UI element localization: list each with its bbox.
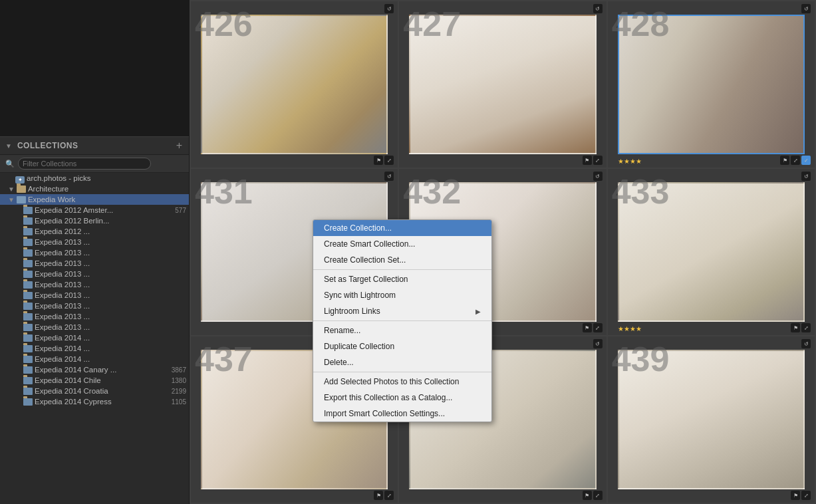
photo-number-433: 433	[612, 172, 670, 211]
photo-rotate-icon[interactable]: ↺	[801, 4, 811, 13]
photo-zoom-icon[interactable]: ⤢	[791, 156, 800, 165]
photo-cell-427[interactable]: 427↺⚑⤢	[399, 1, 606, 168]
photo-flag-icon[interactable]: ⚑	[374, 156, 383, 165]
photo-bottom-icons-438: ⚑⤢	[583, 491, 603, 500]
collection-item-expedia2014chile[interactable]: ▶Expedia 2014 Chile1380	[0, 375, 189, 386]
photo-top-icons-432: ↺	[593, 172, 603, 181]
context-menu-item-create-smart-collection[interactable]: Create Smart Collection...	[313, 236, 491, 252]
collection-item-architecture[interactable]: ▼Architecture	[0, 184, 189, 194]
top-area	[0, 0, 189, 136]
context-menu-item-add-selected-photos[interactable]: Add Selected Photos to this Collection	[313, 374, 491, 390]
context-menu-item-delete[interactable]: Delete...	[313, 354, 491, 370]
context-menu-separator	[313, 372, 491, 372]
collection-name: Expedia 2013 ...	[35, 291, 186, 299]
photo-bottom-icons-427: ⚑⤢	[583, 156, 603, 165]
photo-bottom-icons-426: ⚑⤢	[374, 156, 394, 165]
context-menu-item-create-collection[interactable]: Create Collection...	[313, 220, 491, 236]
collections-add-button[interactable]: +	[175, 140, 184, 151]
collection-name: Expedia 2013 ...	[35, 313, 186, 320]
collection-icon	[23, 377, 33, 384]
collection-item-expedia2012b2[interactable]: ▶Expedia 2012 ...	[0, 226, 189, 237]
collection-item-expedia2012amster[interactable]: ▶Expedia 2012 Amster...577	[0, 205, 189, 215]
photo-flag-icon[interactable]: ⚑	[583, 323, 592, 332]
photo-rotate-icon[interactable]: ↺	[593, 172, 603, 181]
collection-icon	[23, 324, 33, 331]
collection-name: Expedia 2012 ...	[35, 227, 186, 235]
photo-rotate-icon[interactable]: ↺	[384, 172, 394, 181]
collection-item-expedia2013h[interactable]: ▶Expedia 2013 ...	[0, 311, 189, 322]
context-menu-label-delete: Delete...	[324, 358, 354, 367]
photo-zoom-icon[interactable]: ⤢	[593, 491, 603, 500]
photo-zoom-icon[interactable]: ⤢	[593, 323, 603, 332]
collection-item-expedia2013f[interactable]: ▶Expedia 2013 ...	[0, 290, 189, 301]
collection-item-expedia2014canary[interactable]: ▶Expedia 2014 Canary ...3867	[0, 364, 189, 375]
photo-flag-icon[interactable]: ⚑	[583, 491, 592, 500]
collection-item-expedia2013e[interactable]: ▶Expedia 2013 ...	[0, 279, 189, 290]
photo-flag-icon[interactable]: ⚑	[374, 491, 383, 500]
context-menu-item-rename[interactable]: Rename...	[313, 322, 491, 338]
context-menu-item-export-catalog[interactable]: Export this Collection as a Catalog...	[313, 390, 491, 406]
collection-item-archphotos[interactable]: ▶✦arch.photos - picks	[0, 173, 189, 184]
collection-count: 2199	[172, 388, 186, 395]
photo-rotate-icon[interactable]: ↺	[801, 172, 811, 181]
collection-name: Expedia 2013 ...	[35, 302, 186, 310]
collection-item-expedia2014b[interactable]: ▶Expedia 2014 ...	[0, 343, 189, 354]
left-panel: ▼ Collections + 🔍 ▶✦arch.photos - picks▼…	[0, 0, 190, 504]
photo-top-icons-438: ↺	[593, 339, 603, 348]
collection-item-expedia2013i[interactable]: ▶Expedia 2013 ...	[0, 322, 189, 332]
collection-icon	[23, 239, 33, 246]
photo-check-icon[interactable]: ✓	[801, 156, 811, 165]
filter-icon: 🔍	[5, 160, 15, 168]
photo-flag-icon[interactable]: ⚑	[791, 323, 800, 332]
photo-zoom-icon[interactable]: ⤢	[801, 491, 811, 500]
collection-count: 577	[175, 207, 186, 214]
photo-cell-428[interactable]: 428↺⚑⤢✓★★★★	[608, 1, 815, 168]
photo-number-428: 428	[612, 4, 670, 44]
context-menu-item-create-collection-set[interactable]: Create Collection Set...	[313, 252, 491, 268]
context-menu-item-set-target[interactable]: Set as Target Collection	[313, 271, 491, 287]
context-menu-label-sync-lightroom: Sync with Lightroom	[324, 291, 396, 300]
photo-flag-icon[interactable]: ⚑	[583, 156, 592, 165]
collection-item-expedia2014cyprus[interactable]: ▶Expedia 2014 Cypress1105	[0, 396, 189, 407]
photo-zoom-icon[interactable]: ⤢	[593, 156, 603, 165]
photo-rotate-icon[interactable]: ↺	[384, 4, 394, 13]
context-menu-item-import-smart[interactable]: Import Smart Collection Settings...	[313, 406, 491, 422]
collection-item-expedia2014croatia[interactable]: ▶Expedia 2014 Croatia2199	[0, 386, 189, 396]
collection-item-expediawork[interactable]: ▼Expedia Work	[0, 194, 189, 205]
photo-cell-433[interactable]: 433↺⚑⤢★★★★	[608, 169, 815, 335]
context-menu-item-duplicate[interactable]: Duplicate Collection	[313, 338, 491, 354]
collection-item-expedia2013d[interactable]: ▶Expedia 2013 ...	[0, 269, 189, 279]
photo-zoom-icon[interactable]: ⤢	[801, 323, 811, 332]
collection-item-expedia2014c[interactable]: ▶Expedia 2014 ...	[0, 354, 189, 364]
photo-flag-icon[interactable]: ⚑	[791, 491, 800, 500]
context-menu-separator	[313, 320, 491, 321]
collections-header[interactable]: ▼ Collections +	[0, 136, 189, 155]
collection-item-expedia2013g[interactable]: ▶Expedia 2013 ...	[0, 301, 189, 311]
photo-rotate-icon[interactable]: ↺	[801, 339, 811, 348]
context-menu-item-lightroom-links[interactable]: Lightroom Links▶	[313, 303, 491, 319]
collection-name: Expedia 2012 Amster...	[35, 206, 172, 214]
photo-cell-439[interactable]: 439↺⚑⤢	[608, 336, 815, 503]
collection-icon	[23, 356, 33, 363]
collection-item-expedia2013a[interactable]: ▶Expedia 2013 ...	[0, 237, 189, 247]
photo-zoom-icon[interactable]: ⤢	[384, 156, 394, 165]
photo-top-icons-426: ↺	[384, 4, 394, 13]
collection-item-expedia2013c[interactable]: ▶Expedia 2013 ...	[0, 258, 189, 269]
photo-cell-426[interactable]: 426↺⚑⤢	[191, 1, 398, 168]
collections-list: ▶✦arch.photos - picks▼Architecture▼Exped…	[0, 173, 189, 504]
collection-item-expedia2012berlin[interactable]: ▶Expedia 2012 Berlin...	[0, 215, 189, 226]
context-menu-item-sync-lightroom[interactable]: Sync with Lightroom	[313, 287, 491, 303]
photo-rotate-icon[interactable]: ↺	[593, 4, 603, 13]
expand-arrow: ▼	[8, 196, 15, 203]
photo-rotate-icon[interactable]: ↺	[593, 339, 603, 348]
collection-item-expedia2014a[interactable]: ▶Expedia 2014 ...	[0, 332, 189, 343]
filter-collections-input[interactable]	[18, 158, 151, 170]
collection-item-expedia2013b[interactable]: ▶Expedia 2013 ...	[0, 247, 189, 258]
photo-flag-icon[interactable]: ⚑	[780, 156, 789, 165]
context-menu-label-create-collection-set: Create Collection Set...	[324, 255, 406, 265]
collection-icon	[23, 388, 33, 395]
collection-name: Expedia 2014 Cypress	[35, 398, 169, 406]
photo-zoom-icon[interactable]: ⤢	[384, 491, 394, 500]
collection-name: Expedia 2014 Chile	[35, 376, 169, 384]
photo-number-432: 432	[403, 172, 461, 211]
